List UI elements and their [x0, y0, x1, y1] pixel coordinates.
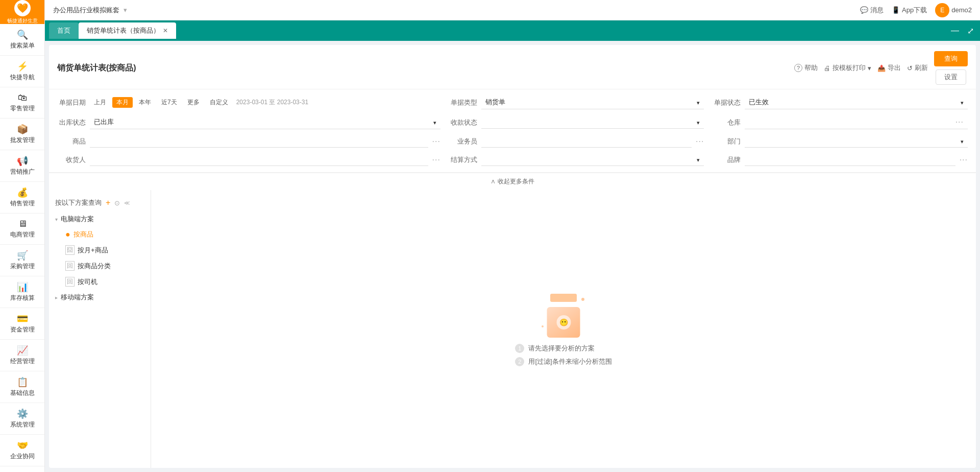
tree-settings-icon[interactable]: ⊙	[114, 199, 120, 207]
doctype-value: 销货单	[485, 98, 505, 107]
app-logo: 🧡 畅捷通好生意	[0, 0, 45, 24]
marketing-icon: 📢	[2, 155, 42, 167]
department-dropdown-icon	[961, 137, 964, 145]
receiver-input[interactable]	[90, 154, 428, 166]
warehouse-select[interactable]: ···	[745, 115, 968, 129]
sidebar-item-operation[interactable]: 📈 经营管理	[0, 340, 44, 371]
tab-minimize-btn[interactable]: —	[949, 24, 961, 37]
sidebar-label-search: 搜索菜单	[2, 41, 42, 50]
brand-label: 品牌	[712, 155, 741, 164]
sidebar-item-quicknav[interactable]: ⚡ 快捷导航	[0, 56, 44, 87]
department-select[interactable]	[745, 135, 968, 148]
sidebar-item-sales[interactable]: 💰 销售管理	[0, 182, 44, 214]
settlement-select[interactable]	[481, 154, 704, 166]
tab-close-icon[interactable]: ✕	[163, 27, 168, 34]
sidebar-label-inventory: 库存核算	[2, 294, 42, 302]
tree-node-by-category-label: 按商品分类	[78, 262, 111, 271]
date-btn-more[interactable]: 更多	[183, 97, 204, 108]
logo-text: 畅捷通好生意	[7, 17, 38, 24]
date-btn-this-year[interactable]: 本年	[135, 97, 155, 108]
tab-maximize-btn[interactable]: ⤢	[965, 24, 976, 38]
tree-add-icon[interactable]: +	[106, 198, 110, 207]
tree-node-by-month-goods-icon: 囧	[65, 245, 75, 255]
date-btn-7days[interactable]: 近7天	[157, 97, 181, 108]
filter-stockstatus-field: 出库状态 已出库	[57, 115, 440, 129]
sidebar-label-corp: 企业协同	[2, 452, 42, 461]
date-btn-last-month[interactable]: 上月	[90, 97, 110, 108]
download-icon: 📱	[892, 6, 900, 14]
sidebar-label-wholesale: 批发管理	[2, 136, 42, 145]
sidebar-item-wholesale[interactable]: 📦 批发管理	[0, 119, 44, 150]
ecommerce-icon: 🖥	[2, 219, 42, 229]
docstatus-select[interactable]: 已生效	[745, 96, 968, 109]
sidebar-item-marketing[interactable]: 📢 营销推广	[0, 150, 44, 182]
docstatus-value: 已生效	[749, 98, 769, 107]
refresh-btn[interactable]: ↺ 刷新	[907, 63, 928, 73]
brand-input[interactable]	[745, 154, 955, 166]
sidebar-item-basic[interactable]: 📋 基础信息	[0, 371, 44, 403]
sidebar-item-ecommerce[interactable]: 🖥 电商管理	[0, 214, 44, 245]
sidebar-item-purchase[interactable]: 🛒 采购管理	[0, 245, 44, 276]
sidebar-item-newbie[interactable]: 🌟 新手引导	[0, 466, 44, 472]
stockstatus-select[interactable]: 已出库	[90, 115, 440, 129]
tree-panel: 按以下方案查询 + ⊙ ≪ ▾ 电脑端方案 ● 按商品	[49, 190, 151, 468]
sidebar-item-corp[interactable]: 🤝 企业协同	[0, 435, 44, 466]
tree-node-by-month-goods[interactable]: 囧 按月+商品	[49, 242, 151, 258]
tab-bar: 首页 销货单统计表（按商品） ✕ — ⤢	[45, 20, 980, 41]
sidebar-label-system: 系统管理	[2, 420, 42, 429]
salesperson-dots[interactable]: ···	[696, 137, 704, 146]
goods-label: 商品	[57, 137, 86, 146]
sidebar-item-system[interactable]: ⚙️ 系统管理	[0, 403, 44, 435]
tree-node-by-category[interactable]: 回 按商品分类	[49, 258, 151, 274]
tree-section-mobile[interactable]: ▸ 移动端方案	[49, 290, 151, 305]
date-btn-custom[interactable]: 自定义	[206, 97, 232, 108]
tree-section-pc[interactable]: ▾ 电脑端方案	[49, 211, 151, 227]
help-btn[interactable]: ? 帮助	[794, 63, 818, 73]
sidebar-item-retail[interactable]: 🛍 零售管理	[0, 87, 44, 119]
brand-dots[interactable]: ···	[960, 155, 968, 164]
query-button[interactable]: 查询	[934, 51, 968, 66]
date-label: 单据日期	[57, 98, 86, 107]
warehouse-dots[interactable]: ···	[955, 117, 964, 127]
filter-doctype-field: 单据类型 销货单	[449, 96, 704, 109]
collapse-btn[interactable]: ∧ 收起更多条件	[49, 173, 976, 190]
retail-icon: 🛍	[2, 92, 42, 103]
sidebar-label-ecommerce: 电商管理	[2, 230, 42, 239]
sidebar-item-inventory[interactable]: 📊 库存核算	[0, 276, 44, 308]
search-icon: 🔍	[2, 29, 42, 40]
payment-select[interactable]	[481, 116, 704, 129]
filter-receiver-field: 收货人 ···	[57, 154, 440, 166]
messages-label: 消息	[870, 6, 884, 15]
user-avatar-btn[interactable]: E demo2	[935, 3, 972, 17]
top-header: 办公用品行业模拟账套 ▾ 💬 消息 📱 App下载 E demo2	[45, 0, 980, 20]
tab-sales-stat[interactable]: 销货单统计表（按商品） ✕	[79, 22, 176, 39]
filter-area: 单据日期 上月 本月 本年 近7天 更多 自定义 2023-03-01 至 20…	[49, 89, 976, 173]
tree-collapse-icon[interactable]: ≪	[124, 200, 130, 206]
sidebar-item-search[interactable]: 🔍 搜索菜单	[0, 24, 44, 56]
app-download-label: App下载	[902, 6, 927, 15]
corp-icon: 🤝	[2, 440, 42, 451]
empty-tip-1: 1 请先选择要分析的方案	[515, 344, 611, 353]
messages-btn[interactable]: 💬 消息	[860, 6, 884, 15]
panel-header: 销货单统计表(按商品) ? 帮助 🖨 按模板打印 ▾ 📤 导出	[49, 45, 976, 89]
content-area: 销货单统计表(按商品) ? 帮助 🖨 按模板打印 ▾ 📤 导出	[45, 41, 980, 472]
settings-button[interactable]: 设置	[936, 69, 966, 85]
sidebar-item-finance[interactable]: 💳 资金管理	[0, 308, 44, 340]
workspace-dropdown-icon[interactable]: ▾	[124, 6, 127, 14]
doctype-label: 单据类型	[449, 98, 477, 107]
receiver-dots[interactable]: ···	[432, 155, 440, 164]
doctype-select[interactable]: 销货单	[481, 96, 704, 109]
tab-home-label: 首页	[57, 26, 70, 35]
salesperson-input[interactable]	[481, 135, 692, 148]
tree-node-by-goods[interactable]: ● 按商品	[49, 227, 151, 242]
sidebar-label-sales: 销售管理	[2, 199, 42, 208]
sidebar-label-finance: 资金管理	[2, 325, 42, 334]
tab-home[interactable]: 首页	[49, 22, 79, 39]
tree-node-by-driver[interactable]: 回 按司机	[49, 274, 151, 290]
export-btn[interactable]: 📤 导出	[877, 63, 901, 73]
print-btn[interactable]: 🖨 按模板打印 ▾	[824, 63, 871, 73]
goods-input[interactable]	[90, 135, 428, 148]
date-btn-this-month[interactable]: 本月	[112, 97, 133, 108]
goods-dots[interactable]: ···	[432, 137, 440, 146]
app-download-btn[interactable]: 📱 App下载	[892, 6, 927, 15]
